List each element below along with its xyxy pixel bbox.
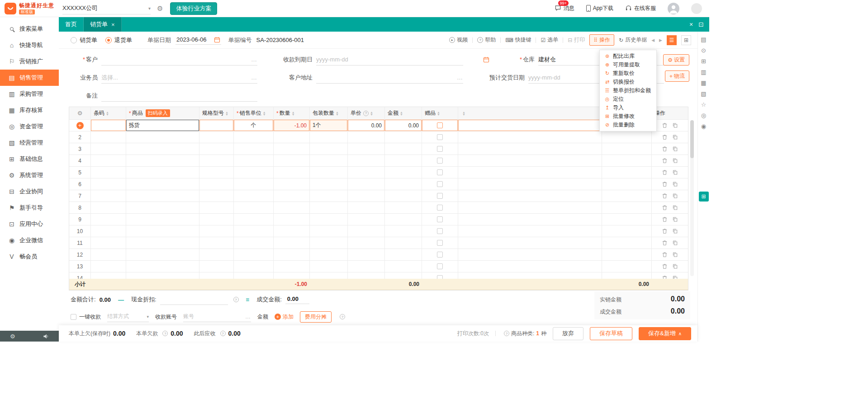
ellipsis-icon[interactable]: … [454, 74, 463, 81]
cell-unit[interactable]: 个 [234, 120, 274, 131]
cell-barcode[interactable] [91, 225, 126, 237]
cell-gift[interactable] [422, 190, 458, 201]
copy-row-icon[interactable] [672, 240, 678, 246]
sort-icons[interactable]: ▲▼ [225, 111, 228, 116]
cell-qty[interactable] [274, 131, 310, 143]
cell-spacer[interactable] [458, 167, 602, 178]
column-header-qty[interactable]: *数量▲▼ [274, 107, 310, 119]
cell-qty2[interactable] [602, 202, 652, 213]
cell-spec[interactable] [199, 237, 234, 248]
cell-unit[interactable] [234, 178, 274, 190]
column-header-gift[interactable]: 赠品▲▼ [422, 107, 458, 119]
cell-spacer[interactable] [458, 261, 602, 272]
action-menu-button[interactable]: ⠿操作 [589, 34, 614, 46]
cell-gift[interactable] [422, 143, 458, 155]
cell-spec[interactable] [199, 167, 234, 178]
action-menu-item[interactable]: ☰整单折扣和金额 [600, 86, 656, 95]
action-menu-item[interactable]: ◎定位 [600, 95, 656, 103]
cell-qty[interactable] [274, 249, 310, 260]
add-row-button[interactable]: + [76, 122, 84, 129]
cell-amount[interactable] [385, 272, 422, 279]
cell-spacer[interactable] [458, 131, 602, 143]
help-link[interactable]: ?帮助 [477, 36, 496, 44]
delete-row-icon[interactable] [662, 205, 668, 211]
address-input[interactable]: … [316, 72, 463, 84]
cell-spacer[interactable] [458, 178, 602, 190]
cell-barcode[interactable] [91, 249, 126, 260]
settings-button[interactable]: ⚙设置 [663, 54, 689, 66]
tab-close-icon[interactable]: × [111, 21, 115, 28]
gift-checkbox[interactable] [437, 181, 443, 187]
rail-icon-package[interactable]: ▥ [701, 69, 706, 75]
sidebar-item-appcenter[interactable]: ⊡应用中心 [0, 216, 59, 232]
cell-price[interactable] [348, 167, 385, 178]
cell-qty2[interactable] [602, 225, 652, 237]
vertical-scrollbar[interactable] [690, 120, 694, 276]
print-link[interactable]: ⊟打印 [568, 36, 585, 44]
cell-barcode[interactable] [91, 178, 126, 190]
cell-product[interactable] [126, 190, 199, 201]
cell-packqty[interactable] [310, 190, 348, 201]
cell-unit[interactable] [234, 155, 274, 166]
delete-row-icon[interactable] [662, 193, 668, 199]
cell-qty[interactable]: -1.00 [274, 120, 310, 131]
cell-packqty[interactable] [310, 237, 348, 248]
cell-qty2[interactable] [602, 214, 652, 225]
sort-icons[interactable]: ▲▼ [263, 111, 266, 116]
cell-spec[interactable] [199, 249, 234, 260]
cell-spacer[interactable] [458, 155, 602, 166]
cell-product[interactable] [126, 143, 199, 155]
cell-unit[interactable] [234, 214, 274, 225]
gift-checkbox[interactable] [437, 134, 443, 140]
sort-icons[interactable]: ▲▼ [292, 111, 295, 116]
gift-checkbox[interactable] [437, 205, 443, 211]
messages-button[interactable]: 消息 99+ [555, 5, 574, 13]
delete-row-icon[interactable] [662, 263, 668, 269]
cell-unit[interactable] [234, 190, 274, 201]
cell-packqty[interactable] [310, 167, 348, 178]
salesman-input[interactable]: 选择...… [101, 72, 257, 84]
close-tabs-icon[interactable]: × [689, 21, 693, 28]
cell-spacer[interactable] [458, 190, 602, 201]
sidebar-item-baseinfo[interactable]: ⊞基础信息 [0, 151, 59, 167]
copy-row-icon[interactable] [672, 216, 678, 222]
sidebar-item-funds[interactable]: ◎资金管理 [0, 118, 59, 135]
cell-barcode[interactable] [91, 272, 126, 279]
cell-barcode[interactable] [91, 261, 126, 272]
delete-row-icon[interactable] [662, 134, 668, 140]
scrollbar-thumb[interactable] [690, 120, 694, 158]
cell-qty2[interactable] [602, 143, 652, 155]
cell-packqty[interactable] [310, 272, 348, 279]
cell-spacer[interactable] [458, 143, 602, 155]
gift-checkbox[interactable] [437, 228, 443, 234]
cell-spec[interactable] [199, 131, 234, 143]
cell-packqty[interactable] [310, 155, 348, 166]
announcement-speaker-icon[interactable] [43, 333, 49, 339]
cell-amount[interactable] [385, 131, 422, 143]
company-selector[interactable]: XXXXXX公司 ▾ [62, 3, 151, 14]
cell-barcode[interactable] [91, 167, 126, 178]
cell-spec[interactable] [199, 261, 234, 272]
doc-date-input[interactable]: 2023-06-06 [175, 35, 221, 45]
sort-icons[interactable]: ▲▼ [336, 111, 339, 116]
copy-row-icon[interactable] [672, 158, 678, 164]
gift-checkbox[interactable] [437, 122, 443, 128]
cell-gift[interactable] [422, 249, 458, 260]
gift-checkbox[interactable] [437, 169, 443, 175]
action-menu-item[interactable]: ⇄切换报价 [600, 78, 656, 86]
cell-gift[interactable] [422, 120, 458, 131]
rail-icon-service[interactable]: ⊞ [699, 192, 709, 201]
rail-icon-notes[interactable]: ▧ [701, 90, 706, 97]
cell-amount[interactable] [385, 143, 422, 155]
cell-product[interactable] [126, 167, 199, 178]
cell-spec[interactable] [199, 190, 234, 201]
cell-spec[interactable] [199, 155, 234, 166]
delete-row-icon[interactable] [662, 228, 668, 234]
cell-price[interactable] [348, 202, 385, 213]
tab-销货单[interactable]: 销货单× [84, 17, 122, 32]
cell-barcode[interactable] [91, 237, 126, 248]
cell-packqty[interactable] [310, 143, 348, 155]
cell-product[interactable] [126, 272, 199, 279]
cell-price[interactable] [348, 272, 385, 279]
column-header-unit[interactable]: *销售单位▲▼ [234, 107, 274, 119]
